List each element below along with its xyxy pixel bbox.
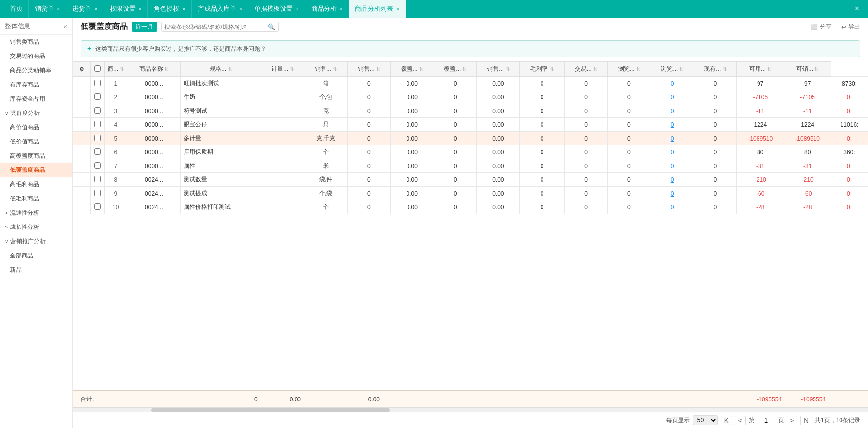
sidebar-item-new-goods[interactable]: 新品 <box>0 263 72 277</box>
col-browse1[interactable]: 浏览... ⇅ <box>607 62 651 77</box>
data-table-container[interactable]: ⚙ 商... ⇅ 商品名称 ⇅ 规格... ⇅ 计量... ⇅ 销售... ⇅ … <box>73 61 868 390</box>
col-coverage1[interactable]: 覆盖... ⇅ <box>390 62 434 77</box>
col-current-stock[interactable]: 现有... ⇅ <box>694 62 737 77</box>
row-unit: 个 <box>304 200 348 214</box>
nav-product-inbound[interactable]: 产成品入库单 × <box>192 0 248 18</box>
sidebar-item-category-rate[interactable]: 商品分类动销率 <box>0 63 72 78</box>
sidebar-item-in-stock[interactable]: 有库存商品 <box>0 78 72 92</box>
nav-close-icon[interactable]: × <box>57 6 60 12</box>
row-checkbox-cell[interactable] <box>91 145 105 159</box>
col-name[interactable]: 商品名称 ⇅ <box>127 62 181 77</box>
nav-close-icon[interactable]: × <box>396 6 399 12</box>
sidebar-item-low-value[interactable]: 低价值商品 <box>0 135 72 149</box>
row-checkbox-cell[interactable] <box>91 90 105 104</box>
row-checkbox[interactable] <box>94 203 101 210</box>
nav-close-icon[interactable]: × <box>182 6 185 12</box>
row-browse1[interactable]: 0 <box>651 159 694 173</box>
row-checkbox[interactable] <box>94 93 101 100</box>
row-browse1[interactable]: 0 <box>651 104 694 118</box>
select-all-checkbox[interactable] <box>94 65 101 72</box>
last-page-button[interactable]: N <box>800 416 812 425</box>
sidebar-item-high-profit[interactable]: 高毛利商品 <box>0 177 72 192</box>
row-browse2: 0 <box>694 173 737 187</box>
nav-close-icon[interactable]: × <box>296 6 298 12</box>
page-number-input[interactable] <box>758 416 775 425</box>
sidebar-item-sales-goods[interactable]: 销售类商品 <box>0 35 72 49</box>
share-button[interactable]: ⬜ 分享 <box>811 23 832 31</box>
col-checkbox[interactable] <box>91 62 105 77</box>
period-button[interactable]: 近一月 <box>132 22 157 32</box>
row-checkbox[interactable] <box>94 190 101 196</box>
nav-template-setting[interactable]: 单据模板设置 × <box>248 0 305 18</box>
row-checkbox-cell[interactable] <box>91 118 105 132</box>
sidebar-group-cluster[interactable]: ∨ 类群度分析 <box>0 106 72 120</box>
window-close-button[interactable]: × <box>850 4 864 13</box>
col-gross-rate[interactable]: 毛利率 ⇅ <box>520 62 565 77</box>
sidebar-item-high-value[interactable]: 高价值商品 <box>0 120 72 135</box>
row-checkbox[interactable] <box>94 162 101 169</box>
prev-page-button[interactable]: < <box>735 416 746 425</box>
sidebar-group-liquidity[interactable]: > 流通性分析 <box>0 206 72 220</box>
sidebar-item-low-profit[interactable]: 低毛利商品 <box>0 192 72 206</box>
row-checkbox[interactable] <box>94 121 101 127</box>
first-page-button[interactable]: K <box>721 416 732 425</box>
nav-close-icon[interactable]: × <box>94 6 97 12</box>
sidebar-item-low-coverage[interactable]: 低覆盖度商品 <box>0 163 72 177</box>
row-checkbox[interactable] <box>94 176 101 182</box>
col-spec[interactable]: 规格... ⇅ <box>181 62 261 77</box>
sidebar-group-growth[interactable]: > 成长性分析 <box>0 220 72 234</box>
nav-home[interactable]: 首页 <box>4 0 29 18</box>
col-code[interactable]: 商... ⇅ <box>105 62 127 77</box>
row-checkbox[interactable] <box>94 107 101 114</box>
row-checkbox-cell[interactable] <box>91 104 105 118</box>
row-checkbox[interactable] <box>94 135 101 141</box>
row-checkbox-cell[interactable] <box>91 132 105 145</box>
col-sales-amt[interactable]: 销售... ⇅ <box>348 62 391 77</box>
sidebar-collapse-icon[interactable]: « <box>63 22 67 30</box>
row-spec <box>261 77 304 90</box>
sidebar-item-high-coverage[interactable]: 高覆盖度商品 <box>0 149 72 163</box>
row-sales3: 0 <box>520 118 565 132</box>
nav-product-analysis-list[interactable]: 商品分析列表 × <box>349 0 406 18</box>
nav-purchase-order[interactable]: 进货单 × <box>66 0 104 18</box>
sidebar-group-marketing[interactable]: ∨ 营销推广分析 <box>0 234 72 249</box>
row-browse1[interactable]: 0 <box>651 118 694 132</box>
nav-product-analysis[interactable]: 商品分析 × <box>305 0 349 18</box>
col-settings[interactable]: ⚙ <box>73 62 91 77</box>
col-coverage2[interactable]: 覆盖... ⇅ <box>434 62 477 77</box>
sidebar-item-traded-goods[interactable]: 交易过的商品 <box>0 49 72 63</box>
col-unit[interactable]: 计量... ⇅ <box>261 62 304 77</box>
col-browse2[interactable]: 浏览... ⇅ <box>651 62 694 77</box>
row-checkbox-cell[interactable] <box>91 187 105 200</box>
row-browse1[interactable]: 0 <box>651 173 694 187</box>
nav-role-auth[interactable]: 角色授权 × <box>148 0 191 18</box>
row-browse1[interactable]: 0 <box>651 145 694 159</box>
row-browse1[interactable]: 0 <box>651 200 694 214</box>
col-sales3[interactable]: 销售... ⇅ <box>477 62 520 77</box>
row-checkbox-cell[interactable] <box>91 159 105 173</box>
search-input[interactable] <box>164 24 268 30</box>
row-browse1[interactable]: 0 <box>651 187 694 200</box>
next-page-button[interactable]: > <box>787 416 798 425</box>
row-browse1[interactable]: 0 <box>651 90 694 104</box>
nav-close-icon[interactable]: × <box>138 6 141 12</box>
row-browse1[interactable]: 0 <box>651 77 694 90</box>
col-trans[interactable]: 交易... ⇅ <box>565 62 608 77</box>
nav-close-icon[interactable]: × <box>239 6 242 12</box>
nav-close-icon[interactable]: × <box>340 6 343 12</box>
row-checkbox-cell[interactable] <box>91 173 105 187</box>
col-avail-stock[interactable]: 可用... ⇅ <box>737 62 784 77</box>
per-page-select[interactable]: 20 50 100 <box>693 415 718 425</box>
nav-sales-order[interactable]: 销货单 × <box>29 0 66 18</box>
sidebar-item-stock-capital[interactable]: 库存资金占用 <box>0 92 72 106</box>
row-checkbox[interactable] <box>94 80 101 86</box>
col-sellable[interactable]: 可销... ⇅ <box>784 62 831 77</box>
col-sales-qty[interactable]: 销售... ⇅ <box>304 62 348 77</box>
row-browse1[interactable]: 0 <box>651 132 694 145</box>
row-checkbox[interactable] <box>94 148 101 155</box>
row-checkbox-cell[interactable] <box>91 77 105 90</box>
export-button[interactable]: ↩ 导出 <box>841 23 860 31</box>
nav-permission[interactable]: 权限设置 × <box>104 0 148 18</box>
sidebar-item-all-goods[interactable]: 全部商品 <box>0 249 72 263</box>
row-checkbox-cell[interactable] <box>91 200 105 214</box>
